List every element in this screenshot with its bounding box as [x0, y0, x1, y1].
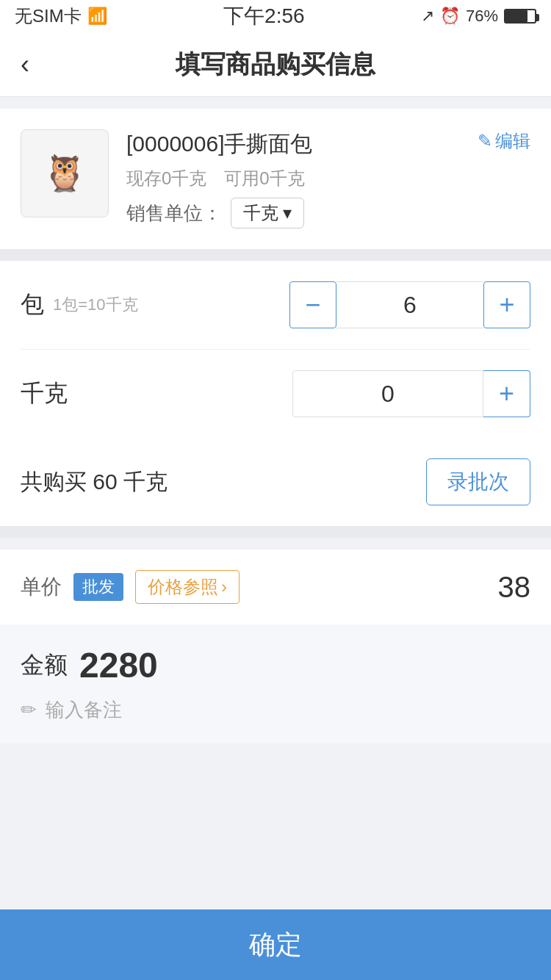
price-type-tag: 批发: [73, 573, 123, 601]
chevron-down-icon: ▾: [283, 203, 292, 223]
battery-text: 76%: [466, 7, 498, 26]
amount-section: 金额 2280 ✏ 输入备注: [0, 624, 551, 743]
status-time: 下午2:56: [223, 2, 305, 30]
battery-icon: [504, 9, 536, 24]
pack-hint: 1包=10千克: [53, 294, 138, 316]
back-button[interactable]: ‹: [21, 49, 29, 80]
kg-input[interactable]: [292, 370, 483, 417]
status-bar: 无SIM卡 📶 下午2:56 ↗ ⏰ 76%: [0, 0, 551, 32]
kg-input-row: 千克 +: [21, 350, 530, 438]
summary-section: 共购买 60 千克 录批次: [0, 438, 551, 526]
divider-1: [0, 249, 551, 261]
pack-input-row: 包 1包=10千克 − +: [21, 261, 530, 350]
price-section: 单价 批发 价格参照 › 38: [0, 550, 551, 624]
pack-stepper: − +: [289, 281, 530, 328]
remark-placeholder: 输入备注: [46, 697, 122, 723]
pack-label: 包 1包=10千克: [21, 289, 138, 321]
product-image-icon: 🦉: [43, 153, 87, 194]
amount-value: 2280: [79, 645, 158, 685]
amount-row: 金额 2280: [21, 645, 530, 685]
kg-plus-button[interactable]: +: [483, 370, 530, 417]
nav-bar: ‹ 填写商品购买信息: [0, 32, 551, 97]
page-title: 填写商品购买信息: [176, 48, 375, 82]
price-ref-arrow: ›: [221, 577, 227, 597]
status-right: ↗ ⏰ 76%: [421, 7, 536, 26]
kg-stepper: +: [292, 370, 530, 417]
price-reference-button[interactable]: 价格参照 ›: [135, 570, 240, 604]
product-unit: 销售单位： 千克 ▾: [126, 198, 530, 228]
record-batch-button[interactable]: 录批次: [426, 458, 530, 505]
amount-label: 金额: [21, 649, 68, 682]
confirm-button[interactable]: 确定: [0, 909, 551, 980]
unit-selector[interactable]: 千克 ▾: [231, 198, 304, 228]
edit-icon: ✎: [478, 131, 492, 151]
location-icon: ↗: [421, 7, 434, 26]
product-thumbnail: 🦉: [21, 129, 109, 217]
kg-label: 千克: [21, 378, 68, 410]
product-info: [0000006]手撕面包 ✎ 编辑 现存0千克 可用0千克 销售单位： 千克 …: [126, 129, 530, 228]
edit-button[interactable]: ✎ 编辑: [478, 129, 530, 153]
status-carrier: 无SIM卡 📶: [15, 4, 107, 28]
pencil-icon: ✏: [21, 699, 37, 721]
price-value: 38: [498, 571, 531, 604]
wifi-icon: 📶: [87, 7, 107, 26]
pack-minus-button[interactable]: −: [289, 281, 336, 328]
product-stock: 现存0千克 可用0千克: [126, 167, 530, 190]
remark-row[interactable]: ✏ 输入备注: [21, 697, 530, 723]
pack-plus-button[interactable]: +: [483, 281, 530, 328]
product-name: [0000006]手撕面包: [126, 129, 312, 159]
product-section: 🦉 [0000006]手撕面包 ✎ 编辑 现存0千克 可用0千克 销售单位： 千…: [0, 109, 551, 249]
input-section: 包 1包=10千克 − + 千克 +: [0, 261, 551, 438]
divider-2: [0, 526, 551, 538]
summary-text: 共购买 60 千克: [21, 467, 168, 497]
pack-input[interactable]: [336, 281, 483, 328]
price-label: 单价: [21, 573, 62, 601]
carrier-text: 无SIM卡: [15, 4, 82, 28]
alarm-icon: ⏰: [440, 7, 460, 26]
